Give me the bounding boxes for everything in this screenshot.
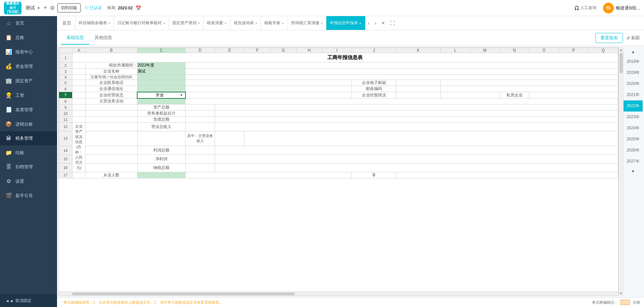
grid-vscroll[interactable]: ▲ ▼ bbox=[619, 47, 623, 296]
sidebar-item-assets[interactable]: 🏢 固定资产 bbox=[0, 74, 57, 88]
table-row: 5 企业联系电话 企业电子邮箱 bbox=[59, 80, 618, 86]
cell-15c: 净利润 bbox=[137, 155, 185, 163]
cell-13e[interactable] bbox=[215, 131, 245, 146]
add-icon[interactable]: + bbox=[44, 4, 47, 11]
cell-5c[interactable] bbox=[137, 80, 185, 86]
cell-14c: 利润总额 bbox=[137, 146, 185, 155]
main-layout: ⌂ 首页 📋 总账 📊 报表中心 💰 资金管理 🏢 固定资产 👷 工资 🧾 发票… bbox=[0, 16, 644, 307]
year-item-2027[interactable]: 2027年 bbox=[624, 156, 643, 167]
tab-tax-burden[interactable]: 税负波动表 × bbox=[230, 16, 261, 30]
sidebar-item-settings[interactable]: ⚙ 设置 bbox=[0, 174, 57, 188]
dropdown-arrow[interactable]: ▼ bbox=[180, 93, 183, 97]
cell-9d[interactable] bbox=[185, 104, 215, 111]
tab-tax-check[interactable]: 税检专家 × bbox=[261, 16, 287, 30]
cancel-fixed-button[interactable]: ◄◄ 取消固定 bbox=[0, 294, 57, 307]
cell-12d[interactable] bbox=[185, 123, 215, 131]
cell-6k[interactable] bbox=[396, 86, 440, 92]
tab-income-tax[interactable]: 所得税汇算清缴 × bbox=[288, 16, 326, 30]
cell-4c[interactable] bbox=[137, 75, 185, 80]
year-item-2018[interactable]: 2018年 bbox=[624, 56, 643, 67]
cell-15d[interactable] bbox=[185, 155, 215, 163]
year-panel-up[interactable]: ▲ bbox=[624, 47, 643, 56]
period-label: 账期 bbox=[107, 5, 115, 11]
sidebar-item-funds[interactable]: 💰 资金管理 bbox=[0, 59, 57, 74]
tab-subject-balance[interactable]: 科目辅助余额表 × bbox=[75, 16, 114, 30]
cell-16d[interactable] bbox=[185, 163, 215, 172]
subtab-basic[interactable]: 基础信息 bbox=[61, 31, 89, 45]
year-item-2022[interactable]: 2022年 bbox=[624, 100, 643, 112]
hscroll-bar[interactable] bbox=[59, 292, 618, 296]
cell-17c[interactable] bbox=[137, 172, 185, 178]
sidebar-item-archive[interactable]: 🗄 归档管理 bbox=[0, 160, 57, 174]
subtab-other[interactable]: 其他信息 bbox=[89, 31, 117, 45]
cell-11d[interactable] bbox=[185, 117, 215, 123]
cell-7k[interactable] bbox=[396, 92, 440, 98]
col-header-c[interactable]: C bbox=[137, 48, 185, 53]
sidebar-item-ledger[interactable]: 📋 总账 bbox=[0, 30, 57, 45]
cell-3c[interactable]: 测试 bbox=[137, 69, 185, 75]
cell-17rest2 bbox=[396, 172, 618, 178]
calendar-icon[interactable]: 📅 bbox=[136, 5, 141, 11]
col-header-p: P bbox=[559, 48, 588, 53]
sidebar-item-payroll[interactable]: 👷 工资 bbox=[0, 88, 57, 102]
old-version-button[interactable]: 切到旧版 bbox=[57, 3, 81, 12]
cell-6c[interactable] bbox=[137, 86, 185, 92]
tab-tax-check-close[interactable]: × bbox=[282, 21, 284, 25]
sidebar-item-guide[interactable]: 🎬 新手引导 bbox=[0, 188, 57, 203]
year-panel: ▲ 2018年 2019年 2020年 2021年 2022年 2023年 20… bbox=[623, 47, 643, 296]
cell-title[interactable]: 工商年报信息表 bbox=[72, 53, 618, 62]
year-item-2019[interactable]: 2019年 bbox=[624, 67, 643, 78]
tab-tax-burden-close[interactable]: × bbox=[255, 21, 257, 25]
tab-income-tax-close[interactable]: × bbox=[321, 21, 323, 25]
tab-nav-prev[interactable]: ‹ bbox=[365, 16, 372, 30]
year-panel-down[interactable]: ▼ bbox=[624, 167, 643, 176]
refresh-button[interactable]: ↺ 刷新 bbox=[626, 35, 640, 41]
cell-5k[interactable] bbox=[396, 80, 440, 86]
vscroll-up[interactable]: ▲ bbox=[619, 47, 624, 52]
sidebar-item-invoice[interactable]: 🧾 发票管理 bbox=[0, 102, 57, 117]
tab-nav-next[interactable]: › bbox=[372, 16, 379, 30]
tab-subject-balance-label: 科目辅助余额表 bbox=[79, 20, 107, 26]
cell-7c-dropdown[interactable]: 开业 ▼ bbox=[137, 92, 185, 98]
cell-15rest bbox=[215, 155, 618, 163]
cell-5j: 企业电子邮箱 bbox=[352, 80, 396, 86]
tab-journal-close[interactable]: × bbox=[163, 21, 165, 25]
tab-annual-report-close[interactable]: × bbox=[359, 21, 361, 25]
sidebar-item-closing[interactable]: 📁 结账 bbox=[0, 145, 57, 160]
sidebar-item-purchase[interactable]: 📦 进销台账 bbox=[0, 117, 57, 131]
cell-14rest bbox=[215, 146, 618, 155]
tab-fixed-asset-type-close[interactable]: × bbox=[198, 21, 200, 25]
cell-10d[interactable] bbox=[185, 111, 215, 117]
sidebar-item-tax[interactable]: 🏛 税务管理 bbox=[0, 131, 57, 145]
tab-home[interactable]: 首页 bbox=[58, 16, 75, 30]
tab-annual-report[interactable]: 年报信息申报表 × bbox=[326, 16, 365, 30]
year-item-2021[interactable]: 2021年 bbox=[624, 89, 643, 100]
tab-close-all[interactable]: × bbox=[379, 16, 387, 30]
year-item-2023[interactable]: 2023年 bbox=[624, 112, 643, 123]
tab-journal[interactable]: 日记账与银行对账单核对 × bbox=[114, 16, 169, 30]
cell-2c[interactable]: 2022年度 bbox=[137, 62, 185, 69]
reports-icon: 📊 bbox=[5, 49, 12, 55]
year-item-2025[interactable]: 2025年 bbox=[624, 134, 643, 145]
vscroll-down[interactable]: ▼ bbox=[619, 291, 624, 296]
service-button[interactable]: 🎧 人工咨询 bbox=[574, 5, 596, 11]
year-item-2026[interactable]: 2026年 bbox=[624, 145, 643, 156]
table-row: 9 资产总额 bbox=[59, 104, 618, 111]
tab-subject-balance-close[interactable]: × bbox=[108, 21, 110, 25]
table-row: 1 工商年报信息表 bbox=[59, 53, 618, 62]
cell-14d[interactable] bbox=[185, 146, 215, 155]
cell-8c[interactable] bbox=[137, 98, 185, 104]
year-item-2020[interactable]: 2020年 bbox=[624, 78, 643, 89]
tab-tax-form[interactable]: 税表清册 × bbox=[204, 16, 230, 30]
tab-fixed-asset-type[interactable]: 固定资产类别 × bbox=[169, 16, 204, 30]
settings-icon[interactable]: ⚙ bbox=[50, 5, 55, 11]
user-area[interactable]: 畅 畅捷通B组... bbox=[603, 3, 640, 13]
year-item-2024[interactable]: 2024年 bbox=[624, 123, 643, 134]
tab-tax-form-close[interactable]: × bbox=[224, 21, 226, 25]
grid-scroll[interactable]: A B C D E F G H I J bbox=[59, 48, 618, 292]
tab-expand[interactable]: ⛶ bbox=[387, 16, 397, 30]
company-dropdown-icon[interactable]: ▾ bbox=[38, 6, 40, 10]
reset-report-button[interactable]: 重置报表 bbox=[595, 33, 623, 43]
sidebar-item-home[interactable]: ⌂ 首页 bbox=[0, 16, 57, 30]
sidebar-item-reports[interactable]: 📊 报表中心 bbox=[0, 45, 57, 59]
